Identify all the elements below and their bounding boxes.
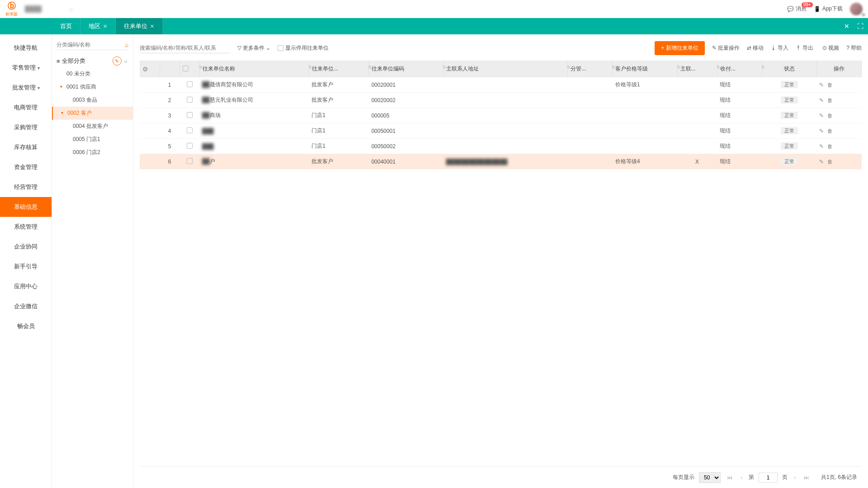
tab-0[interactable]: 首页 [52,18,80,34]
chevron-down-icon: ▾ [38,66,40,70]
table-row[interactable]: 6██户批发客户00040001████████████████价格等级4X现结… [140,154,862,169]
nav-item-10[interactable]: 系统管理 [0,217,52,237]
row-checkbox[interactable] [187,158,193,164]
edit-row-icon[interactable]: ✎ [819,143,824,150]
fullscreen-icon[interactable]: ⛶ [855,21,865,31]
col-type[interactable]: 往来单位... [309,61,368,77]
export-button[interactable]: ⭱导出 [796,44,813,52]
tree-search-input[interactable] [57,40,125,50]
nav-item-11[interactable]: 企业协同 [0,237,52,257]
col-settings[interactable]: ⚙ [140,61,160,77]
row-checkbox[interactable] [187,143,193,149]
col-addr[interactable]: 主联系人地址 [443,61,568,77]
col-contact[interactable]: 主联... [677,61,717,77]
edit-row-icon[interactable]: ✎ [819,97,824,103]
tree-node-1[interactable]: ▾0001 供应商 [52,80,133,94]
help-button[interactable]: ?帮助 [846,44,862,52]
tab-2[interactable]: 往来单位✕ [116,18,163,34]
close-all-tabs-icon[interactable]: ✕ [842,21,852,31]
page-input[interactable] [759,473,778,483]
nav-item-5[interactable]: 采购管理 [0,117,52,137]
table-row[interactable]: 2██慧元乳业有限公司批发客户00020002现结正常✎🗑 [140,93,862,108]
row-checkbox[interactable] [187,112,193,118]
nav-item-7[interactable]: 资金管理 [0,157,52,177]
show-disabled-checkbox[interactable]: 显示停用往来单位 [278,44,329,52]
logo-icon: ⓑ [8,0,16,11]
import-button[interactable]: ⭳导入 [771,44,788,52]
edit-row-icon[interactable]: ✎ [819,128,824,134]
tree-node-6[interactable]: 0006 门店2 [52,146,133,159]
close-icon[interactable]: ✕ [103,23,107,29]
col-status[interactable]: 状态 [762,61,816,77]
tree-node-2[interactable]: 0003 食品 [52,94,133,107]
delete-row-icon[interactable]: 🗑 [827,97,833,103]
delete-row-icon[interactable]: 🗑 [827,143,833,150]
tree-node-5[interactable]: 0005 门店1 [52,133,133,146]
nav-item-12[interactable]: 新手引导 [0,257,52,277]
tree-root-label[interactable]: 全部分类 [62,57,85,65]
tree-node-3[interactable]: ▾0002 客户 [52,107,133,120]
search-icon[interactable]: ⌕ [125,41,128,48]
col-index [160,61,179,77]
edit-icon: ✎ [712,45,717,51]
tree-node-0[interactable]: 00 未分类 [52,67,133,80]
delete-row-icon[interactable]: 🗑 [827,159,833,165]
nav-item-14[interactable]: 企业微信 [0,296,52,316]
nav-item-1[interactable]: 快捷导航 [0,38,52,58]
filter-icon: ▽ [237,45,241,51]
edit-row-icon[interactable]: ✎ [819,82,824,88]
row-checkbox[interactable] [187,81,193,87]
tab-1[interactable]: 地区✕ [80,18,116,34]
tree-node-4[interactable]: 0004 批发客户 [52,120,133,133]
add-unit-button[interactable]: +新增往来单位 [655,41,705,55]
col-pay[interactable]: 收付... [717,61,762,77]
video-button[interactable]: ⊙视频 [822,44,839,52]
search-input[interactable] [140,43,230,53]
edit-row-icon[interactable]: ✎ [819,159,824,165]
delete-row-icon[interactable]: 🗑 [827,113,833,119]
table-row[interactable]: 3██商场门店1000005现结正常✎🗑 [140,108,862,123]
delete-row-icon[interactable]: 🗑 [827,82,833,88]
nav-item-9[interactable]: 基础信息 [0,197,52,217]
col-price[interactable]: 客户价格等级 [613,61,677,77]
row-checkbox[interactable] [187,127,193,133]
row-checkbox[interactable] [187,97,193,103]
messages-button[interactable]: 💬 消息 99+ [787,5,807,13]
edit-tree-button[interactable]: ✎ [113,56,122,66]
table-row[interactable]: 4███门店100050001现结正常✎🗑 [140,123,862,139]
collapse-tree-icon[interactable]: « [123,57,128,66]
top-header: ⓑ 标准版 ████ ⌄ 💬 消息 99+ 📱 App下载 [0,0,868,18]
nav-item-8[interactable]: 经营管理 [0,177,52,197]
col-name[interactable]: 往来单位名称 [199,61,309,77]
last-page-button[interactable]: ⏭ [802,474,811,482]
page-size-select[interactable]: 50 [699,472,721,483]
caret-down-icon: ▾ [61,110,63,115]
nav-item-15[interactable]: 畅会员 [0,316,52,336]
close-icon[interactable]: ✕ [150,23,154,29]
prev-page-button[interactable]: ‹ [739,474,744,482]
app-download-button[interactable]: 📱 App下载 [814,5,843,13]
nav-item-6[interactable]: 库存核算 [0,137,52,157]
unit-table: ⚙ 往来单位名称 往来单位... 往来单位编码 主联系人地址 分管... 客户价… [140,61,862,169]
pager-summary: 共1页, 6条记录 [821,474,857,481]
nav-item-3[interactable]: 批发管理▾ [0,78,52,98]
move-button[interactable]: ⇄移动 [747,44,764,52]
tree-node-label: 0003 食品 [73,97,97,103]
avatar[interactable] [850,3,863,15]
col-select-all[interactable] [179,61,199,77]
edit-row-icon[interactable]: ✎ [819,113,824,119]
nav-item-4[interactable]: 电商管理 [0,98,52,117]
table-row[interactable]: 1██晟倩商贸有限公司批发客户00020001价格等级1现结正常✎🗑 [140,77,862,93]
delete-row-icon[interactable]: 🗑 [827,128,833,134]
table-row[interactable]: 5███门店100050002现结正常✎🗑 [140,139,862,154]
first-page-button[interactable]: ⏮ [725,474,734,482]
caret-down-icon: ▾ [60,84,62,89]
more-filters-button[interactable]: ▽更多条件⌄ [237,44,270,52]
col-mgr[interactable]: 分管... [568,61,613,77]
nav-item-2[interactable]: 零售管理▾ [0,58,52,78]
org-selector[interactable]: ████ ⌄ [21,5,77,13]
next-page-button[interactable]: › [792,474,797,482]
col-code[interactable]: 往来单位编码 [368,61,443,77]
batch-button[interactable]: ✎批量操作 [712,44,740,52]
nav-item-13[interactable]: 应用中心 [0,277,52,296]
